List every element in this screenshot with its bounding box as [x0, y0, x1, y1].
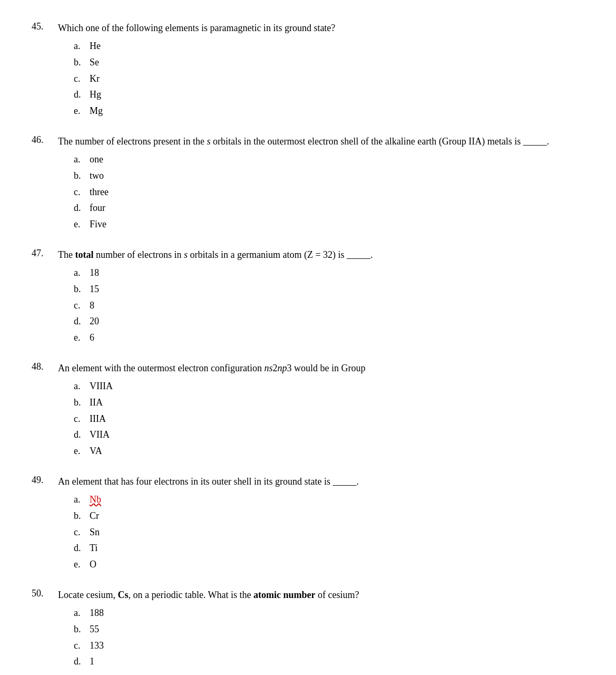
option-text: VA — [90, 443, 584, 459]
options-list-50: a. 188 b. 55 c. 133 d. 1 — [74, 605, 584, 669]
question-number-45: 45. — [32, 21, 58, 35]
list-item: b. 15 — [74, 282, 584, 297]
option-text: 133 — [90, 638, 584, 653]
option-text: O — [90, 557, 584, 572]
option-text: three — [90, 185, 584, 200]
option-text: Sn — [90, 525, 584, 540]
question-48: 48. An element with the outermost electr… — [32, 361, 584, 459]
list-item: b. two — [74, 168, 584, 184]
option-letter: a. — [74, 38, 90, 54]
list-item: d. 1 — [74, 654, 584, 669]
question-50: 50. Locate cesium, Cs, on a periodic tab… — [32, 588, 584, 669]
list-item: b. IIA — [74, 395, 584, 410]
list-item: a. He — [74, 38, 584, 54]
option-letter: e. — [74, 103, 90, 119]
option-text: Five — [90, 217, 584, 232]
option-text: Mg — [90, 103, 584, 119]
list-item: a. 18 — [74, 265, 584, 281]
option-text: Kr — [90, 71, 584, 86]
list-item: d. Hg — [74, 87, 584, 102]
list-item: e. Five — [74, 217, 584, 232]
italic-ns: ns — [264, 363, 272, 373]
option-text: IIA — [90, 395, 584, 410]
option-text: IIIA — [90, 411, 584, 427]
option-text: one — [90, 152, 584, 167]
option-letter: c. — [74, 638, 90, 653]
list-item: b. Cr — [74, 508, 584, 524]
list-item: a. Nb — [74, 492, 584, 507]
options-list-46: a. one b. two c. three d. four e. Five — [74, 152, 584, 232]
option-letter: a. — [74, 379, 90, 394]
option-text: 1 — [90, 654, 584, 669]
options-list-48: a. VIIIA b. IIA c. IIIA d. VIIA e. VA — [74, 379, 584, 459]
option-letter: e. — [74, 557, 90, 572]
option-text: Ti — [90, 541, 584, 556]
question-number-47: 47. — [32, 248, 58, 262]
list-item: a. one — [74, 152, 584, 167]
option-letter: b. — [74, 168, 90, 184]
question-45: 45. Which one of the following elements … — [32, 21, 584, 119]
option-text: Se — [90, 55, 584, 70]
option-text: 15 — [90, 282, 584, 297]
list-item: d. 20 — [74, 314, 584, 329]
list-item: e. O — [74, 557, 584, 572]
question-text-46: The number of electrons present in the s… — [58, 134, 584, 149]
list-item: c. IIIA — [74, 411, 584, 427]
list-item: a. 188 — [74, 605, 584, 621]
list-item: e. VA — [74, 443, 584, 459]
list-item: d. Ti — [74, 541, 584, 556]
list-item: a. VIIIA — [74, 379, 584, 394]
question-number-48: 48. — [32, 361, 58, 375]
options-list-49: a. Nb b. Cr c. Sn d. Ti e. O — [74, 492, 584, 572]
option-letter: d. — [74, 314, 90, 329]
option-text: four — [90, 200, 584, 216]
list-item: b. Se — [74, 55, 584, 70]
list-item: c. Sn — [74, 525, 584, 540]
option-text: He — [90, 38, 584, 54]
option-text: VIIIA — [90, 379, 584, 394]
option-letter: c. — [74, 185, 90, 200]
options-list-45: a. He b. Se c. Kr d. Hg e. Mg — [74, 38, 584, 119]
option-letter: e. — [74, 217, 90, 232]
option-letter: b. — [74, 55, 90, 70]
bold-total: total — [75, 249, 93, 260]
italic-s: s — [207, 136, 210, 147]
italic-np: np — [277, 363, 287, 373]
option-letter: c. — [74, 71, 90, 86]
question-46: 46. The number of electrons present in t… — [32, 134, 584, 232]
list-item: c. 133 — [74, 638, 584, 653]
question-text-47: The total number of electrons in s orbit… — [58, 248, 584, 262]
option-text: Hg — [90, 87, 584, 102]
option-text: 20 — [90, 314, 584, 329]
option-letter: a. — [74, 265, 90, 281]
option-text: 8 — [90, 298, 584, 313]
option-letter: a. — [74, 152, 90, 167]
question-text-50: Locate cesium, Cs, on a periodic table. … — [58, 588, 584, 602]
option-letter: d. — [74, 541, 90, 556]
option-letter: b. — [74, 508, 90, 524]
question-47: 47. The total number of electrons in s o… — [32, 248, 584, 345]
list-item: c. Kr — [74, 71, 584, 86]
list-item: e. 6 — [74, 330, 584, 345]
bold-cs: Cs — [118, 590, 128, 600]
option-letter: b. — [74, 395, 90, 410]
italic-s2: s — [184, 249, 188, 260]
list-item: b. 55 — [74, 622, 584, 637]
question-number-50: 50. — [32, 588, 58, 602]
option-letter: e. — [74, 443, 90, 459]
option-letter: d. — [74, 654, 90, 669]
option-letter: c. — [74, 298, 90, 313]
list-item: c. 8 — [74, 298, 584, 313]
list-item: c. three — [74, 185, 584, 200]
option-letter: d. — [74, 87, 90, 102]
option-letter: b. — [74, 622, 90, 637]
question-text-45: Which one of the following elements is p… — [58, 21, 584, 35]
question-text-49: An element that has four electrons in it… — [58, 475, 584, 489]
option-text: 6 — [90, 330, 584, 345]
option-letter: a. — [74, 492, 90, 507]
question-text-48: An element with the outermost electron c… — [58, 361, 584, 375]
list-item: e. Mg — [74, 103, 584, 119]
bold-atomic-number: atomic number — [253, 590, 315, 600]
option-text: 188 — [90, 605, 584, 621]
list-item: d. four — [74, 200, 584, 216]
